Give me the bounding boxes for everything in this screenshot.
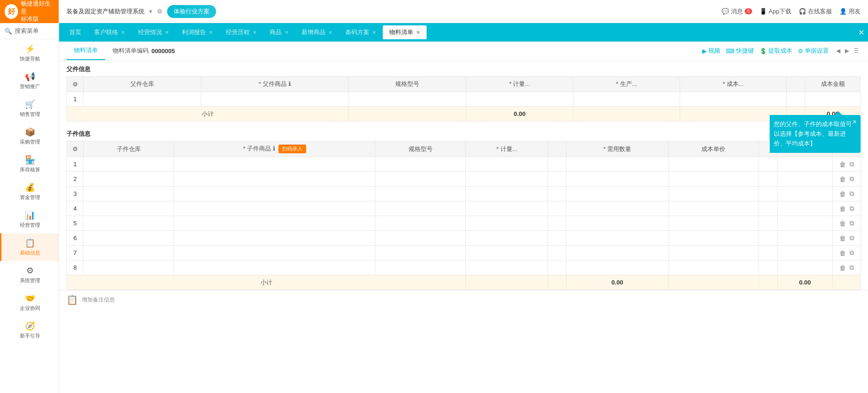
child-warehouse-4[interactable] xyxy=(84,201,174,216)
copy-row-4[interactable]: ⧉ xyxy=(850,205,854,212)
delete-row-3[interactable]: 🗑 xyxy=(839,190,846,198)
child-unit-1[interactable] xyxy=(466,157,548,172)
child-unit-8[interactable] xyxy=(466,260,548,275)
tab-customer[interactable]: 客户联络✕ xyxy=(88,25,132,39)
list-icon[interactable]: ☰ xyxy=(852,47,861,55)
tab-close-barcode[interactable]: ✕ xyxy=(372,30,376,36)
child-unit-7[interactable] xyxy=(466,246,548,260)
sidebar-item-guide[interactable]: 🧭新手引导 xyxy=(0,316,59,344)
child-product-6[interactable] xyxy=(174,231,375,246)
dropdown-icon[interactable]: ▾ xyxy=(149,8,152,15)
tab-history[interactable]: 经营历程✕ xyxy=(219,25,263,39)
copy-row-8[interactable]: ⧉ xyxy=(850,264,854,272)
parent-production-cell[interactable] xyxy=(573,92,680,107)
child-unitcost-5[interactable] xyxy=(668,216,759,231)
child-quantity-6[interactable] xyxy=(567,231,669,246)
cost-button[interactable]: 💲 提取成本 xyxy=(760,47,792,55)
tooltip-close[interactable]: ✕ xyxy=(852,118,857,127)
tab-goods[interactable]: 商品✕ xyxy=(263,25,295,39)
child-spec-6[interactable] xyxy=(375,231,466,246)
tab-home[interactable]: 首页 xyxy=(63,25,88,39)
sidebar-item-quick-nav[interactable]: ⚡快捷导航 xyxy=(0,39,59,67)
tab-barcode[interactable]: 条码方案✕ xyxy=(339,25,383,39)
child-spec-1[interactable] xyxy=(375,157,466,172)
child-product-4[interactable] xyxy=(174,201,375,216)
child-unitcost-2[interactable] xyxy=(668,172,759,187)
child-unit-4[interactable] xyxy=(466,201,548,216)
sidebar-item-operations[interactable]: 📊经营管理 xyxy=(0,206,59,233)
trial-button[interactable]: 体验行业方案 xyxy=(167,5,216,18)
copy-row-2[interactable]: ⧉ xyxy=(850,175,854,183)
child-product-8[interactable] xyxy=(174,260,375,275)
child-spec-2[interactable] xyxy=(375,172,466,187)
child-unitcost-7[interactable] xyxy=(668,246,759,260)
sidebar-item-system[interactable]: ⚙系统管理 xyxy=(0,261,59,289)
copy-row-1[interactable]: ⧉ xyxy=(850,160,854,168)
child-quantity-8[interactable] xyxy=(567,260,669,275)
parent-cost-cell[interactable] xyxy=(680,92,786,107)
child-unit-2[interactable] xyxy=(466,172,548,187)
message-button[interactable]: 💬 消息 6 xyxy=(722,7,752,16)
child-warehouse-6[interactable] xyxy=(84,231,174,246)
child-spec-4[interactable] xyxy=(375,201,466,216)
child-product-7[interactable] xyxy=(174,246,375,260)
child-quantity-4[interactable] xyxy=(567,201,669,216)
tab-close-operations[interactable]: ✕ xyxy=(165,30,169,36)
child-product-2[interactable] xyxy=(174,172,375,187)
shortcut-button[interactable]: ⌨ 快捷键 xyxy=(726,47,754,55)
child-warehouse-5[interactable] xyxy=(84,216,174,231)
delete-row-5[interactable]: 🗑 xyxy=(839,220,846,227)
child-quantity-1[interactable] xyxy=(567,157,669,172)
tab-close-customer[interactable]: ✕ xyxy=(121,30,125,36)
view-button[interactable]: ▶ 视频 xyxy=(702,47,720,55)
copy-row-3[interactable]: ⧉ xyxy=(850,190,854,198)
child-warehouse-8[interactable] xyxy=(84,260,174,275)
child-unitcost-3[interactable] xyxy=(668,187,759,201)
tab-close-new-goods[interactable]: ✕ xyxy=(328,30,332,36)
child-spec-7[interactable] xyxy=(375,246,466,260)
doc-settings-button[interactable]: ⚙ 单据设置 xyxy=(798,47,829,55)
sidebar-item-basic[interactable]: 📋基础信息 xyxy=(0,233,59,261)
service-button[interactable]: 🎧 在线客服 xyxy=(799,7,832,16)
parent-unit-cell[interactable] xyxy=(466,92,573,107)
child-unitcost-4[interactable] xyxy=(668,201,759,216)
tab-profit[interactable]: 利润报告✕ xyxy=(175,25,219,39)
settings-icon[interactable]: ⚙ xyxy=(157,8,163,15)
close-all-tabs[interactable]: ✕ xyxy=(858,28,864,37)
tab-close-profit[interactable]: ✕ xyxy=(209,30,213,36)
child-quantity-7[interactable] xyxy=(567,246,669,260)
child-quantity-3[interactable] xyxy=(567,187,669,201)
sidebar-item-inventory[interactable]: 🏪库存核算 xyxy=(0,150,59,178)
child-product-3[interactable] xyxy=(174,187,375,201)
prev-icon[interactable]: ◀ xyxy=(834,47,842,55)
parent-warehouse-cell[interactable] xyxy=(84,92,201,107)
scan-btn[interactable]: 扫码录入 xyxy=(278,145,306,153)
delete-row-6[interactable]: 🗑 xyxy=(839,235,846,242)
tab-bom[interactable]: 物料清单✕ xyxy=(383,25,427,39)
child-unit-6[interactable] xyxy=(466,231,548,246)
user-button[interactable]: 👤 用友 xyxy=(839,7,861,16)
child-unitcost-1[interactable] xyxy=(668,157,759,172)
child-spec-3[interactable] xyxy=(375,187,466,201)
child-warehouse-2[interactable] xyxy=(84,172,174,187)
child-warehouse-1[interactable] xyxy=(84,157,174,172)
sidebar-item-enterprise[interactable]: 🤝企业协同 xyxy=(0,289,59,316)
delete-row-7[interactable]: 🗑 xyxy=(839,249,846,257)
child-unitcost-8[interactable] xyxy=(668,260,759,275)
sidebar-item-finance[interactable]: 💰资金管理 xyxy=(0,178,59,206)
delete-row-2[interactable]: 🗑 xyxy=(839,175,846,183)
app-download-button[interactable]: 📱 App下载 xyxy=(760,7,791,16)
child-unit-3[interactable] xyxy=(466,187,548,201)
child-spec-5[interactable] xyxy=(375,216,466,231)
child-warehouse-3[interactable] xyxy=(84,187,174,201)
tab-close-bom[interactable]: ✕ xyxy=(416,30,420,36)
copy-row-7[interactable]: ⧉ xyxy=(850,249,854,257)
tab-new-goods[interactable]: 新增商品✕ xyxy=(295,25,339,39)
parent-product-cell[interactable] xyxy=(201,92,349,107)
child-warehouse-7[interactable] xyxy=(84,246,174,260)
delete-row-4[interactable]: 🗑 xyxy=(839,205,846,212)
parent-spec-cell[interactable] xyxy=(349,92,466,107)
copy-row-6[interactable]: ⧉ xyxy=(850,234,854,242)
tab-close-goods[interactable]: ✕ xyxy=(284,30,289,36)
sidebar-search[interactable]: 🔍 搜索菜单 xyxy=(0,23,59,39)
